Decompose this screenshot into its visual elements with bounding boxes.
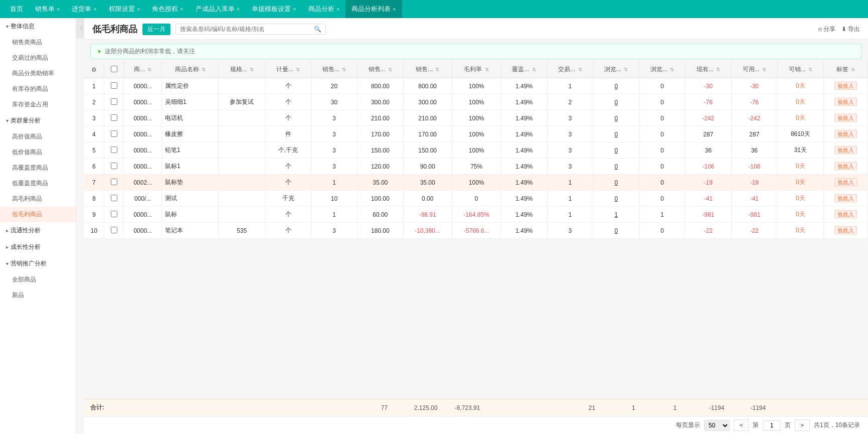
row-checkbox[interactable] — [104, 159, 124, 175]
select-all-checkbox[interactable] — [111, 66, 117, 72]
search-input[interactable] — [180, 26, 314, 33]
row-sales-count: 3 — [311, 223, 357, 239]
nav-sales[interactable]: 销售单 × — [29, 0, 66, 18]
row-checkbox[interactable] — [104, 207, 124, 223]
row-saleable: 0天 — [777, 110, 823, 126]
col-sales-count[interactable]: 销售... ⇅ — [311, 61, 357, 78]
row-tag: 低收入 — [823, 142, 867, 159]
sidebar-item-new-goods[interactable]: 新品 — [0, 287, 76, 303]
col-unit[interactable]: 计量... ⇅ — [265, 61, 311, 78]
sidebar-item-stock-capital[interactable]: 库存资金占用 — [0, 97, 76, 112]
header-actions: ⎋ 分享 ⬇ 导出 — [818, 25, 860, 34]
row-checkbox[interactable] — [104, 142, 124, 159]
nav-home[interactable]: 首页 — [4, 0, 29, 18]
row-num: 8 — [84, 191, 104, 207]
col-views1[interactable]: 浏览... ⇅ — [593, 61, 639, 78]
col-current[interactable]: 现有... ⇅ — [685, 61, 732, 78]
col-settings[interactable]: ⚙ — [84, 61, 104, 78]
sidebar-collapse-button[interactable]: 《 — [76, 18, 84, 38]
sidebar-item-low-coverage[interactable]: 低覆盖度商品 — [0, 176, 76, 191]
content-header: 低毛利商品 近一月 🔍 ⎋ 分享 ⬇ 导出 — [84, 18, 868, 40]
close-icon[interactable]: × — [237, 6, 240, 12]
row-checkbox[interactable] — [104, 94, 124, 110]
row-checkbox[interactable] — [104, 223, 124, 239]
chevron-right-icon: ▸ — [6, 244, 9, 250]
sidebar-group-overall[interactable]: ▾ 整体信息 — [0, 18, 76, 35]
nav-product-entry[interactable]: 产成品入库单 × — [190, 0, 246, 18]
sidebar-group-marketing[interactable]: ▾ 营销推广分析 — [0, 255, 76, 272]
sidebar-item-low-value[interactable]: 低价值商品 — [0, 144, 76, 160]
col-coverage[interactable]: 覆盖... ⇅ — [501, 61, 547, 78]
row-views2: 0 — [639, 191, 685, 207]
col-checkbox[interactable] — [104, 61, 124, 78]
row-checkbox[interactable] — [104, 191, 124, 207]
next-page-button[interactable]: ＞ — [795, 419, 810, 431]
sidebar-item-high-coverage[interactable]: 高覆盖度商品 — [0, 160, 76, 176]
row-checkbox[interactable] — [104, 110, 124, 126]
row-current: -76 — [685, 94, 732, 110]
col-views2[interactable]: 浏览... ⇅ — [639, 61, 685, 78]
close-icon[interactable]: × — [180, 6, 183, 12]
row-gross-margin: 100% — [452, 126, 501, 142]
row-tag: 低收入 — [823, 94, 867, 110]
col-gross-margin[interactable]: 毛利率 ⇅ — [452, 61, 501, 78]
row-views2: 0 — [639, 175, 685, 191]
col-trade[interactable]: 交易... ⇅ — [547, 61, 593, 78]
sidebar-group-growth[interactable]: ▸ 成长性分析 — [0, 239, 76, 255]
row-saleable: 31天 — [777, 142, 823, 159]
per-page-select[interactable]: 50 100 200 — [704, 420, 730, 431]
nav-analysis-list[interactable]: 商品分析列表 × — [345, 0, 402, 18]
col-sales-amount[interactable]: 销售... ⇅ — [403, 61, 452, 78]
close-icon[interactable]: × — [293, 6, 296, 12]
row-name: 吴细细1 — [162, 94, 219, 110]
sidebar-item-traded-goods[interactable]: 交易过的商品 — [0, 50, 76, 66]
prev-page-button[interactable]: ＜ — [734, 419, 749, 431]
export-button[interactable]: ⬇ 导出 — [841, 25, 860, 34]
col-tag[interactable]: 标签 ⇅ — [823, 61, 867, 78]
row-sales-price: 120.00 — [357, 159, 403, 175]
close-icon[interactable]: × — [137, 6, 140, 12]
share-button[interactable]: ⎋ 分享 — [818, 25, 835, 34]
row-gross-margin: 100% — [452, 110, 501, 126]
footer-views2: 1 — [654, 404, 696, 411]
sidebar-item-category-rate[interactable]: 商品分类助销率 — [0, 66, 76, 81]
row-name: 测试 — [162, 191, 219, 207]
table-row: 2 0000... 吴细细1 参加复试 个 30 300.00 300.00 1… — [84, 94, 868, 110]
sidebar-item-all-goods[interactable]: 全部商品 — [0, 272, 76, 287]
nav-roles[interactable]: 角色授权 × — [146, 0, 189, 18]
row-name: 笔记本 — [162, 223, 219, 239]
row-views2: 0 — [639, 159, 685, 175]
sidebar-item-low-margin[interactable]: 低毛利商品 — [0, 207, 76, 222]
close-icon[interactable]: × — [57, 6, 60, 12]
data-table-wrapper[interactable]: ⚙ 商... ⇅ 商品名称 ⇅ 规格... ⇅ 计量... ⇅ 销售... ⇅ … — [84, 61, 868, 399]
nav-purchase[interactable]: 进货单 × — [66, 0, 102, 18]
sidebar-item-sales-goods[interactable]: 销售类商品 — [0, 35, 76, 50]
col-code[interactable]: 商... ⇅ — [124, 61, 162, 78]
sidebar-item-high-margin[interactable]: 高毛利商品 — [0, 191, 76, 207]
row-checkbox[interactable] — [104, 126, 124, 142]
search-icon[interactable]: 🔍 — [314, 26, 321, 33]
sidebar-item-high-value[interactable]: 高价值商品 — [0, 129, 76, 144]
col-available[interactable]: 可用... ⇅ — [731, 61, 777, 78]
close-icon[interactable]: × — [93, 6, 96, 12]
nav-analysis[interactable]: 商品分析 × — [302, 0, 345, 18]
nav-template[interactable]: 单据模板设置 × — [246, 0, 302, 18]
nav-permissions[interactable]: 权限设置 × — [103, 0, 146, 18]
page-number-input[interactable] — [763, 420, 781, 430]
col-saleable[interactable]: 可销... ⇅ — [777, 61, 823, 78]
col-name[interactable]: 商品名称 ⇅ — [162, 61, 219, 78]
row-checkbox[interactable] — [104, 175, 124, 191]
row-sales-amount: 90.00 — [403, 159, 452, 175]
date-filter-button[interactable]: 近一月 — [142, 24, 170, 35]
row-checkbox[interactable] — [104, 78, 124, 94]
row-views1: 1 — [593, 207, 639, 223]
col-sales-price[interactable]: 销售... ⇅ — [357, 61, 403, 78]
sidebar-item-stock-goods[interactable]: 有库存的商品 — [0, 81, 76, 97]
sidebar-group-flow[interactable]: ▸ 流通性分析 — [0, 222, 76, 239]
sidebar-group-cluster[interactable]: ▾ 类群量分析 — [0, 112, 76, 129]
row-views1: 0 — [593, 191, 639, 207]
close-icon[interactable]: × — [393, 6, 396, 12]
table-row: 1 0000... 属性定价 个 20 800.00 800.00 100% 1… — [84, 78, 868, 94]
col-spec[interactable]: 规格... ⇅ — [219, 61, 265, 78]
close-icon[interactable]: × — [336, 6, 339, 12]
